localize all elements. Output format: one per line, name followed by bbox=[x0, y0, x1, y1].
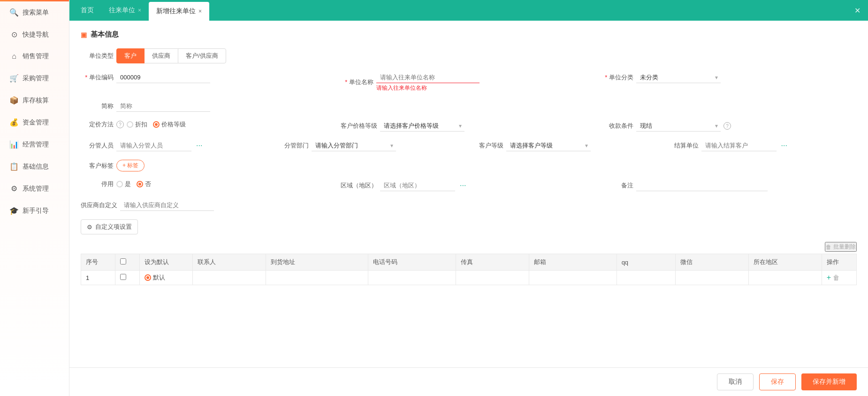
sidebar-item-basic[interactable]: 📋 基础信息 bbox=[2, 156, 67, 177]
cell-qq bbox=[617, 271, 675, 285]
price-level-label: 客户价格等级 bbox=[341, 122, 377, 130]
sidebar-item-label: 资金管理 bbox=[23, 118, 49, 127]
phone-input[interactable] bbox=[373, 274, 420, 281]
customer-level-select[interactable]: 请选择客户等级 bbox=[506, 140, 591, 151]
price-level-select-wrapper: 请选择客户价格等级 bbox=[380, 120, 464, 132]
price-level-select[interactable]: 请选择客户价格等级 bbox=[380, 120, 464, 132]
batch-delete-button[interactable]: 🗑 批量删除 bbox=[825, 242, 857, 252]
pricing-radio-level[interactable]: 价格等级 bbox=[153, 120, 186, 129]
disabled-radio-no[interactable]: 否 bbox=[137, 180, 151, 188]
shortname-label: 简称 bbox=[81, 102, 114, 110]
add-tag-button[interactable]: + 标签 bbox=[116, 160, 145, 171]
guide-icon: 🎓 bbox=[9, 206, 19, 215]
pricing-method-label: 定价方法 bbox=[81, 120, 114, 129]
manager-field: 分管人员 ··· bbox=[81, 140, 272, 151]
manager-more-icon[interactable]: ··· bbox=[194, 141, 204, 150]
region-table-input[interactable] bbox=[754, 274, 791, 281]
sidebar-item-inventory[interactable]: 📦 库存核算 bbox=[2, 90, 67, 110]
manager-input[interactable] bbox=[116, 140, 191, 151]
sidebar-item-system[interactable]: ⚙ 系统管理 bbox=[2, 179, 67, 199]
region-field: 区域（地区） ··· bbox=[341, 180, 597, 191]
trash-icon: 🗑 bbox=[826, 244, 831, 250]
tab-home[interactable]: 首页 bbox=[73, 0, 101, 21]
default-radio-circle bbox=[145, 274, 151, 281]
address-input[interactable] bbox=[271, 274, 327, 281]
tab-bar: 首页 往来单位 × 新增往来单位 × ✕ bbox=[69, 0, 868, 21]
default-radio[interactable]: 默认 bbox=[145, 273, 188, 282]
table-row: 1 默认 bbox=[81, 271, 857, 285]
form-container: ▣ 基本信息 单位类型 客户 供应商 客户/供应商 单位编码 单 bbox=[69, 21, 868, 367]
discount-label: 折扣 bbox=[135, 120, 147, 129]
settlement-input[interactable] bbox=[701, 140, 777, 151]
add-row-button[interactable]: + bbox=[827, 273, 831, 282]
cell-seq: 1 bbox=[81, 271, 115, 285]
sidebar-item-sales[interactable]: ⌂ 销售管理 bbox=[2, 47, 67, 66]
supplier-custom-label: 供应商自定义 bbox=[81, 201, 117, 210]
category-select[interactable]: 未分类 bbox=[636, 72, 721, 83]
name-input[interactable] bbox=[376, 72, 480, 83]
fax-input[interactable] bbox=[461, 274, 498, 281]
customer-level-label: 客户等级 bbox=[471, 141, 503, 150]
email-input[interactable] bbox=[534, 274, 581, 281]
code-input[interactable] bbox=[116, 72, 210, 83]
sidebar-item-search[interactable]: 🔍 搜索菜单 bbox=[2, 2, 67, 23]
category-select-wrapper: 未分类 bbox=[636, 72, 721, 83]
tab-new-partner-close[interactable]: × bbox=[198, 8, 202, 15]
category-field: 单位分类 未分类 bbox=[601, 72, 857, 83]
sidebar-item-quicknav[interactable]: ⊙ 快捷导航 bbox=[2, 24, 67, 45]
type-btn-customer[interactable]: 客户 bbox=[116, 48, 145, 63]
cancel-button[interactable]: 取消 bbox=[717, 373, 754, 390]
payment-terms-select-wrapper: 现结 bbox=[636, 120, 721, 132]
settlement-field: 结算单位 ··· bbox=[666, 140, 857, 151]
finance-icon: 💰 bbox=[9, 118, 19, 127]
cell-region bbox=[748, 271, 822, 285]
tab-new-partner[interactable]: 新增往来单位 × bbox=[149, 2, 209, 21]
tab-partners-close[interactable]: × bbox=[138, 7, 141, 14]
tab-partners[interactable]: 往来单位 × bbox=[101, 0, 149, 21]
type-btn-both[interactable]: 客户/供应商 bbox=[178, 48, 226, 63]
unit-type-buttons: 客户 供应商 客户/供应商 bbox=[116, 48, 226, 63]
settlement-more-icon[interactable]: ··· bbox=[779, 141, 789, 150]
cell-actions: + 🗑 bbox=[822, 271, 856, 285]
remark-input[interactable] bbox=[636, 180, 768, 191]
qq-input[interactable] bbox=[622, 274, 650, 281]
payment-terms-select[interactable]: 现结 bbox=[636, 120, 721, 132]
region-more-icon[interactable]: ··· bbox=[458, 181, 468, 190]
sidebar-item-label: 快捷导航 bbox=[23, 31, 49, 39]
sidebar-item-purchase[interactable]: 🛒 采购管理 bbox=[2, 68, 67, 88]
col-fax: 传真 bbox=[456, 254, 529, 271]
wechat-input[interactable] bbox=[680, 274, 718, 281]
type-btn-supplier[interactable]: 供应商 bbox=[144, 48, 178, 63]
sidebar-item-operations[interactable]: 📊 经营管理 bbox=[2, 134, 67, 155]
payment-help-icon[interactable]: ? bbox=[723, 122, 731, 130]
batch-delete-area: 🗑 批量删除 bbox=[81, 242, 857, 252]
pricing-help-icon[interactable]: ? bbox=[116, 121, 124, 128]
save-and-new-button[interactable]: 保存并新增 bbox=[801, 373, 857, 390]
region-input[interactable] bbox=[380, 180, 455, 191]
sidebar-item-label: 采购管理 bbox=[23, 74, 49, 83]
department-select[interactable]: 请输入分管部门 bbox=[312, 140, 396, 151]
row-checkbox[interactable] bbox=[120, 274, 126, 280]
sidebar-item-label: 新手引导 bbox=[23, 207, 49, 215]
custom-settings-button[interactable]: ⚙ 自定义项设置 bbox=[81, 219, 138, 234]
code-label: 单位编码 bbox=[81, 73, 114, 82]
section-title: ▣ 基本信息 bbox=[81, 30, 857, 39]
delete-row-button[interactable]: 🗑 bbox=[833, 274, 839, 281]
save-button[interactable]: 保存 bbox=[759, 373, 796, 390]
shortname-input[interactable] bbox=[116, 101, 210, 112]
close-all-tabs[interactable]: ✕ bbox=[851, 6, 864, 15]
department-select-wrapper: 请输入分管部门 bbox=[312, 140, 396, 151]
sidebar-item-finance[interactable]: 💰 资金管理 bbox=[2, 112, 67, 132]
sidebar-item-guide[interactable]: 🎓 新手引导 bbox=[2, 201, 67, 221]
pricing-radio-discount[interactable]: 折扣 bbox=[127, 120, 147, 129]
sidebar-item-label: 经营管理 bbox=[23, 140, 49, 149]
select-all-checkbox[interactable] bbox=[120, 258, 126, 264]
supplier-custom-input[interactable] bbox=[120, 200, 214, 211]
system-icon: ⚙ bbox=[9, 184, 19, 193]
col-qq: qq bbox=[617, 254, 675, 271]
cell-phone bbox=[368, 271, 456, 285]
disabled-radio-yes[interactable]: 是 bbox=[116, 180, 131, 188]
contact-input[interactable] bbox=[198, 274, 235, 281]
contacts-table: 序号 设为默认 联系人 到货地址 电话号码 传真 邮箱 qq 微信 所在地区 操… bbox=[81, 254, 857, 285]
disabled-yes-circle bbox=[116, 181, 123, 187]
